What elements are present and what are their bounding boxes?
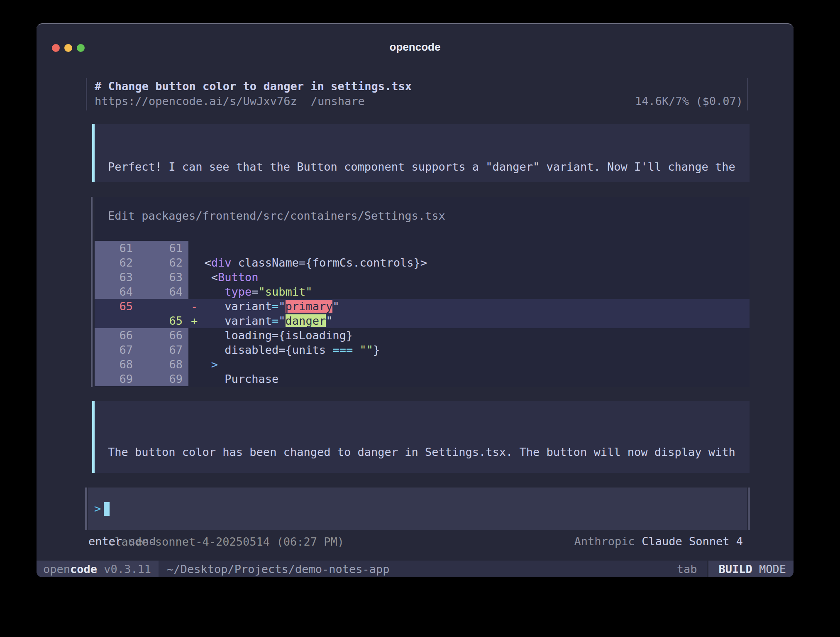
unshare-command[interactable]: /unshare <box>311 94 365 109</box>
diff-row: 6666 loading={isLoading} <box>95 328 750 343</box>
diff-table: 61616262 <div className={formCs.controls… <box>95 241 750 386</box>
tab-key-hint: tab <box>677 561 697 577</box>
prompt-input[interactable]: > <box>88 488 747 530</box>
model-provider: Anthropic <box>574 534 635 549</box>
diff-gutter: 6666 <box>95 328 188 343</box>
diff-gutter: 6969 <box>95 372 188 386</box>
titlebar: opencode <box>37 24 794 56</box>
assistant-message: Perfect! I can see that the Button compo… <box>92 124 750 182</box>
text-cursor <box>104 502 110 516</box>
diff-code-line: type="submit" <box>188 284 313 299</box>
diff-code-line: disabled={units === ""} <box>188 343 380 357</box>
mode-label: MODE <box>752 563 786 576</box>
diff-row: 6969 Purchase <box>95 372 750 386</box>
diff-gutter: 65 <box>95 299 188 314</box>
diff-code-line: loading={isLoading} <box>188 328 353 343</box>
prompt-symbol: > <box>94 501 101 516</box>
diff-code-line <box>188 241 191 255</box>
header-border-right <box>747 78 748 110</box>
app-name-code: code <box>70 563 97 576</box>
diff-code-line: Purchase <box>188 372 278 386</box>
diff-gutter: 6161 <box>95 241 188 255</box>
hints-row: enter send Anthropic Claude Sonnet 4 <box>88 534 743 549</box>
diff-row: 6868 > <box>95 357 750 372</box>
status-bar: opencode v0.3.11 ~/Desktop/Projects/demo… <box>37 561 794 577</box>
session-info-row: https://opencode.ai/s/UwJxv76z /unshare … <box>95 94 743 109</box>
token-usage: 14.6K/7% ($0.07) <box>635 94 743 109</box>
message-line: The button color has been changed to dan… <box>108 445 750 460</box>
diff-row: 6262 <div className={formCs.controls}> <box>95 255 750 270</box>
edit-file-header: Edit packages/frontend/src/containers/Se… <box>108 209 445 223</box>
hint-action <box>122 534 129 549</box>
edit-block-strip <box>91 197 93 387</box>
window-title: opencode <box>37 41 794 54</box>
app-window: opencode # Change button color to danger… <box>37 23 794 577</box>
mode-build: BUILD <box>718 563 752 576</box>
diff-row: 6767 disabled={units === ""} <box>95 343 750 357</box>
assistant-message: The button color has been changed to dan… <box>92 401 750 473</box>
diff-gutter: 65 <box>95 314 188 328</box>
prompt-strip-left <box>85 488 87 530</box>
app-version: v0.3.11 <box>97 563 151 576</box>
diff-row: 65+ variant="danger" <box>95 314 750 328</box>
share-url[interactable]: https://opencode.ai/s/UwJxv76z <box>95 94 297 109</box>
diff-gutter: 6868 <box>95 357 188 372</box>
hint-action-label: send <box>129 534 156 549</box>
diff-gutter: 6363 <box>95 270 188 284</box>
diff-gutter: 6767 <box>95 343 188 357</box>
model-name-gap <box>635 534 642 549</box>
diff-gutter: 6262 <box>95 255 188 270</box>
diff-code-line: + variant="danger" <box>188 314 332 328</box>
prompt-strip-right <box>748 488 750 530</box>
mode-segment: BUILD MODE <box>707 561 794 577</box>
diff-row: 6464 type="submit" <box>95 284 750 299</box>
app-name-open: open <box>43 563 70 576</box>
diff-code-line: > <box>188 357 218 372</box>
app-version-segment: opencode v0.3.11 <box>37 561 159 577</box>
hint-key: enter <box>88 534 122 549</box>
diff-code-line: <div className={formCs.controls}> <box>188 255 427 270</box>
diff-row: 6363 <Button <box>95 270 750 284</box>
session-title: # Change button color to danger in setti… <box>95 79 412 94</box>
message-line: Perfect! I can see that the Button compo… <box>108 159 750 174</box>
diff-code-line: - variant="primary" <box>188 299 339 314</box>
diff-code-line: <Button <box>188 270 259 284</box>
edit-tool-block: Edit packages/frontend/src/containers/Se… <box>95 197 750 387</box>
working-directory: ~/Desktop/Projects/demo-notes-app <box>167 561 389 577</box>
header-border-left <box>86 78 87 110</box>
diff-gutter: 6464 <box>95 284 188 299</box>
diff-row: 6161 <box>95 241 750 255</box>
diff-row: 65- variant="primary" <box>95 299 750 314</box>
model-name: Claude Sonnet 4 <box>642 534 743 549</box>
